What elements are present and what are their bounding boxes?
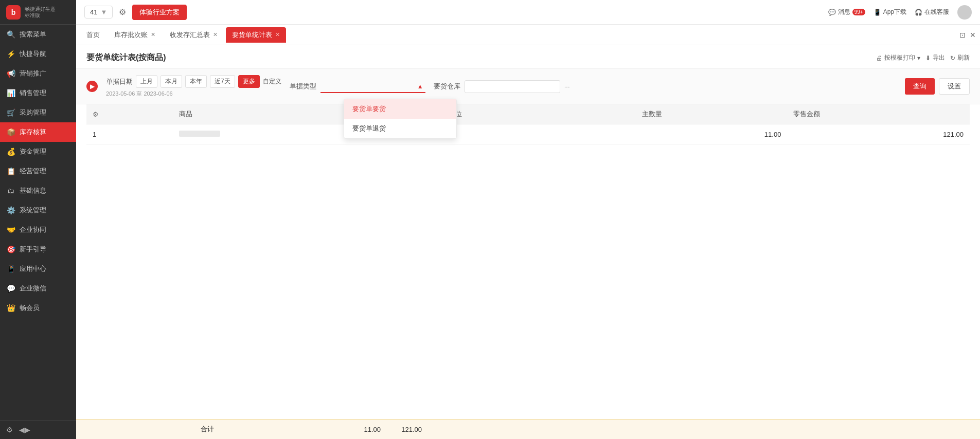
marketing-icon: 📢 [6,69,15,78]
messages-label: 消息 [838,8,850,16]
sidebar-item-basic[interactable]: 🗂 基础信息 [0,181,76,200]
sidebar-item-search[interactable]: 🔍 搜索菜单 [0,25,76,44]
date-btn-last-month[interactable]: 上月 [136,75,157,88]
tab-receive-label: 收发存汇总表 [170,30,210,40]
settings-bottom-icon[interactable]: ⚙ [6,426,13,434]
print-label: 按模板打印 [884,53,915,62]
dropdown-item-label: 要货单退货 [352,124,386,132]
sidebar-item-shortcut[interactable]: ⚡ 快捷导航 [0,44,76,64]
refresh-button[interactable]: ↻ 刷新 [950,53,970,62]
setting-button[interactable]: 设置 [939,78,970,95]
logo-text: 畅捷通好生意 标准版 [25,6,56,19]
type-select-input[interactable] [320,80,425,93]
sidebar-item-inventory[interactable]: 📦 库存核算 [0,122,76,142]
type-select-arrow-icon[interactable]: ▲ [417,83,423,90]
page-header: 要货单统计表(按商品) 🖨 按模板打印 ▾ ⬇ 导出 ↻ 刷新 [76,45,980,69]
member-icon: 👑 [6,304,15,312]
tab-batch[interactable]: 库存批次账 ✕ [108,27,162,43]
sidebar-item-label: 系统管理 [20,206,46,215]
product-placeholder [179,131,220,137]
date-btn-this-year[interactable]: 本年 [185,75,207,88]
store-name: 41 [90,8,97,16]
collapse-icon[interactable]: ◀▶ [19,426,30,434]
date-range-display: 2023-05-06 至 2023-06-06 [106,90,281,98]
filter-actions: 查询 设置 [905,78,970,95]
tab-receive[interactable]: 收发存汇总表 ✕ [164,27,224,43]
warehouse-filter-label: 要货仓库 [434,82,460,91]
tab-order-stat[interactable]: 要货单统计表 ✕ [226,27,286,43]
topbar-gear-icon[interactable]: ⚙ [119,7,126,17]
sidebar-item-label: 快捷导航 [20,49,46,59]
date-filter-group: 单据日期 上月 本月 本年 近7天 更多 自定义 2023-05-06 至 20… [106,75,281,98]
refresh-icon: ↻ [950,54,955,62]
tab-home-label: 首页 [86,30,100,40]
sidebar-item-guide[interactable]: 🎯 新手引导 [0,240,76,259]
export-label: 导出 [933,53,945,62]
sidebar-item-label: 基础信息 [20,186,46,195]
tab-order-stat-close-icon[interactable]: ✕ [275,31,280,38]
app-edition: 标准版 [25,12,56,19]
app-download-button[interactable]: 📱 App下载 [874,8,906,16]
tabs-close-all-icon[interactable]: ✕ [970,31,976,39]
logo: b 畅捷通好生意 标准版 [0,0,76,25]
query-button[interactable]: 查询 [905,78,935,95]
refresh-label: 刷新 [957,53,970,62]
type-filter-label: 单据类型 [290,82,316,91]
sidebar-item-operation[interactable]: 📋 经营管理 [0,161,76,181]
dropdown-item-order-return[interactable]: 要货单退货 [344,119,456,138]
sidebar-item-finance[interactable]: 💰 资金管理 [0,142,76,161]
tabs-restore-icon[interactable]: ⊡ [959,31,966,39]
topbar: 41 ▼ ⚙ 体验行业方案 💬 消息 99+ 📱 App下载 🎧 在线客服 [76,0,980,25]
system-icon: ⚙️ [6,206,15,214]
sidebar-item-label: 畅会员 [20,303,40,313]
sidebar-item-wechat[interactable]: 💬 企业微信 [0,279,76,298]
store-selector[interactable]: 41 ▼ [84,6,113,19]
sidebar-item-enterprise[interactable]: 🤝 企业协同 [0,220,76,240]
wechat-icon: 💬 [6,284,15,292]
sidebar-item-marketing[interactable]: 📢 营销推广 [0,64,76,83]
export-button[interactable]: ⬇ 导出 [925,53,945,62]
warehouse-input[interactable] [465,80,560,93]
tab-home[interactable]: 首页 [80,27,106,43]
sidebar-nav: 🔍 搜索菜单 ⚡ 快捷导航 📢 营销推广 📊 销售管理 🛒 采购管理 📦 库存核… [0,25,76,420]
sidebar-item-member[interactable]: 👑 畅会员 [0,298,76,318]
trial-button[interactable]: 体验行业方案 [132,5,187,20]
messages-button[interactable]: 💬 消息 99+ [828,8,865,16]
footer-quantity: 11.00 [350,426,391,433]
service-label: 在线客服 [924,8,949,16]
warehouse-more-icon[interactable]: ··· [564,83,570,90]
sidebar-item-label: 资金管理 [20,147,46,156]
col-settings-icon[interactable]: ⚙ [93,111,99,118]
date-custom-btn[interactable]: 自定义 [263,77,281,86]
user-avatar[interactable] [957,5,972,20]
date-btn-this-month[interactable]: 本月 [161,75,182,88]
topbar-right: 💬 消息 99+ 📱 App下载 🎧 在线客服 [828,5,972,20]
data-table: ⚙ 商品 主计量单位 主数量 零售金额 1 块 [86,104,970,144]
col-quantity: 主数量 [636,104,787,124]
online-service-button[interactable]: 🎧 在线客服 [915,8,949,16]
col-amount: 零售金额 [787,104,970,124]
tab-receive-close-icon[interactable]: ✕ [213,31,218,38]
sidebar-item-label: 经营管理 [20,167,46,176]
sidebar-item-app-center[interactable]: 📱 应用中心 [0,259,76,279]
sidebar: b 畅捷通好生意 标准版 🔍 搜索菜单 ⚡ 快捷导航 📢 营销推广 📊 销售管理… [0,0,76,439]
finance-icon: 💰 [6,148,15,156]
sidebar-item-label: 库存核算 [20,127,46,137]
guide-icon: 🎯 [6,245,15,253]
trial-label: 体验行业方案 [139,8,180,16]
dropdown-item-order-goods[interactable]: 要货单要货 [344,99,456,119]
filter-expand-button[interactable]: ▶ [86,81,98,92]
app-name: 畅捷通好生意 [25,6,56,12]
type-select-wrapper: ▲ [320,80,425,93]
export-icon: ⬇ [925,54,931,62]
page-header-actions: 🖨 按模板打印 ▾ ⬇ 导出 ↻ 刷新 [876,53,970,62]
date-btn-more[interactable]: 更多 [238,75,260,88]
sidebar-item-sales[interactable]: 📊 销售管理 [0,83,76,103]
tab-batch-close-icon[interactable]: ✕ [151,31,155,38]
table-container: ⚙ 商品 主计量单位 主数量 零售金额 1 块 [76,104,980,144]
footer-label: 合计 [103,425,350,434]
print-button[interactable]: 🖨 按模板打印 ▾ [876,53,920,62]
sidebar-item-system[interactable]: ⚙️ 系统管理 [0,200,76,220]
sidebar-item-purchase[interactable]: 🛒 采购管理 [0,103,76,122]
date-btn-7days[interactable]: 近7天 [210,75,235,88]
